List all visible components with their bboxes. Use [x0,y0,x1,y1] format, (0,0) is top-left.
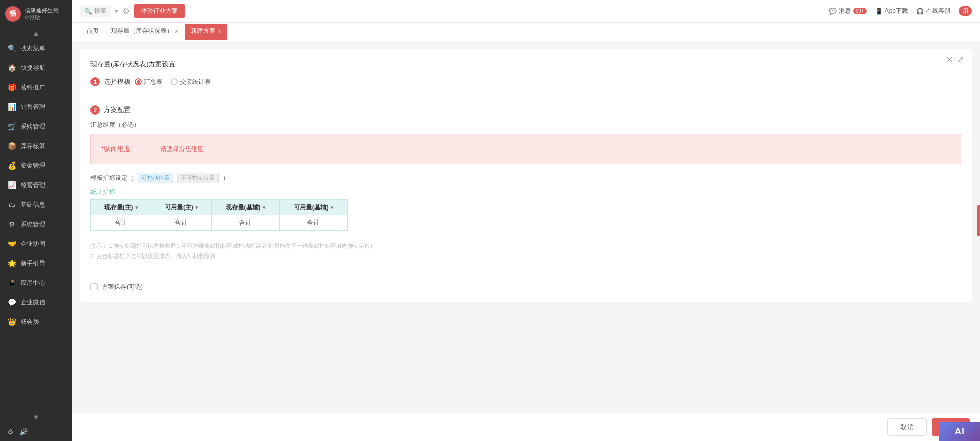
tab-inventory-status[interactable]: 现存量（库存状况表） × [105,24,185,40]
settings-panel: ✕ ⤢ 现存量(库存状况表)方案设置 1 选择模板 汇总表 [80,49,972,302]
app-name: 畅康通好生意 [25,7,59,14]
settings-topbar-icon[interactable]: ⚙ [122,6,130,16]
col-header-1[interactable]: 现存量(主) ▾ [91,200,151,215]
ai-badge[interactable]: Ai [939,422,980,441]
tab-new-plan[interactable]: 新建方案 × [185,24,227,40]
sidebar-item-label: 资金管理 [21,161,45,170]
message-icon: 💬 [829,8,837,15]
industry-solution-button[interactable]: 体验行业方案 [134,4,185,18]
radio-cross-label: 交叉统计表 [180,78,211,86]
user-avatar[interactable]: 用 [959,6,972,16]
tab-inventory-close[interactable]: × [175,28,178,35]
col-header-2[interactable]: 可用量(主) ▾ [151,200,211,215]
app-center-icon: 📱 [7,278,16,287]
indicator-label-suffix: ） [223,174,229,182]
dimension-row: *纵向维度 —— 请选择分组维度 [101,144,951,154]
col-header-3[interactable]: 现存量(基辅) ▾ [211,200,279,215]
bottom-bar: 取消 查询 [72,413,980,441]
search-bar[interactable]: 🔍 搜索 [80,5,111,17]
app-download-item[interactable]: 📱 App下载 [875,7,908,15]
col-header-4-label: 可用量(基辅) [294,203,329,212]
sidebar-item-sales[interactable]: 📊 销售管理 [0,97,72,117]
settings-icon[interactable]: ⚙ [7,428,14,436]
sidebar-item-basic-info[interactable]: 🗂 基础信息 [0,195,72,214]
step2-badge: 2 [90,105,100,115]
col-header-4[interactable]: 可用量(基辅) ▾ [279,200,347,215]
vertical-dimension-label: *纵向维度 [101,144,131,154]
radio-summary[interactable]: 汇总表 [135,78,162,86]
sidebar-item-label: 快捷导航 [21,64,45,72]
message-item[interactable]: 💬 消息 99+ [829,7,867,15]
sidebar-scroll-down[interactable]: ▼ [0,412,72,422]
radio-cross[interactable]: 交叉统计表 [171,78,211,86]
sidebar-item-label: 销售管理 [21,103,45,112]
cancel-button[interactable]: 取消 [887,418,927,436]
step2-section: 2 方案配置 汇总维度（必选） *纵向维度 —— 请选择分组维度 [90,105,961,262]
tab-home-label: 首页 [86,27,99,35]
dropdown-icon[interactable]: ▾ [115,7,118,15]
tab-new-plan-close[interactable]: × [217,28,221,35]
customer-service-label: 在线客服 [926,7,951,15]
sales-icon: 📊 [7,102,16,112]
sidebar-item-app-center[interactable]: 📱 应用中心 [0,273,72,292]
search-icon: 🔍 [84,8,92,15]
sidebar-scroll-up[interactable]: ▲ [0,28,72,39]
sidebar-item-enterprise-wechat[interactable]: 💬 企业微信 [0,292,72,312]
audio-icon[interactable]: 🔊 [19,428,28,436]
topbar-right: 💬 消息 99+ 📱 App下载 🎧 在线客服 用 [829,6,972,16]
col-3-chevron[interactable]: ▾ [263,205,265,210]
sidebar-item-inventory[interactable]: 📦 库存核算 [0,136,72,156]
dimension-placeholder: 请选择分组维度 [160,145,204,154]
sidebar-item-label: 经营管理 [21,181,45,190]
panel-close-button[interactable]: ✕ [946,54,953,64]
finance-icon: 💰 [7,161,16,170]
message-label: 消息 [839,7,851,15]
step1-title: 选择模板 [104,77,131,86]
customer-service-icon: 🎧 [916,8,924,15]
col-header-1-label: 现存量(主) [104,203,133,212]
basic-info-icon: 🗂 [7,200,16,209]
sidebar-item-label: 应用中心 [21,279,45,287]
tab-inventory-label: 现存量（库存状况表） [111,27,173,35]
panel-expand-button[interactable]: ⤢ [957,54,964,64]
sidebar-item-sys-mgmt[interactable]: ⚙ 系统管理 [0,214,72,234]
sidebar-item-enterprise[interactable]: 🤝 企业协同 [0,234,72,253]
col-1-chevron[interactable]: ▾ [135,205,138,210]
shortcut-nav-icon: 🏠 [7,63,16,72]
panel-controls: ✕ ⤢ [946,54,964,64]
cell-2: 合计 [151,215,211,231]
step1-header: 1 选择模板 汇总表 交叉统计表 [90,77,961,86]
col-2-chevron[interactable]: ▾ [195,205,198,210]
search-menu-icon: 🔍 [7,44,16,53]
app-download-icon: 📱 [875,8,883,15]
col-header-2-label: 可用量(主) [165,203,193,212]
save-checkbox[interactable] [90,283,98,290]
step1-badge: 1 [90,77,100,86]
sidebar-item-label: 企业微信 [21,298,45,307]
stats-section: 统计指标 现存量(主) ▾ [90,188,961,231]
dimension-dash: —— [139,145,152,153]
sidebar-item-purchase[interactable]: 🛒 采购管理 [0,117,72,136]
sidebar-item-search-menu[interactable]: 🔍 搜索菜单 [0,39,72,58]
ops-icon: 📈 [7,180,16,190]
sidebar-item-new-guide[interactable]: 🌟 新手引导 [0,253,72,273]
sidebar-item-ops[interactable]: 📈 经营管理 [0,175,72,195]
col-4-chevron[interactable]: ▾ [331,205,333,210]
sys-mgmt-icon: ⚙ [7,219,16,229]
sidebar-item-member[interactable]: 👑 畅会员 [0,312,72,332]
sidebar-item-shortcut-nav[interactable]: 🏠 快捷导航 [0,58,72,78]
avatar-icon: 用 [959,6,972,16]
app-edition: 标准版 [25,14,59,21]
sidebar-item-label: 基础信息 [21,200,45,209]
tip-line-1: 提示： 1.拖动标题栏可以调整布局，不可跨维度或指标区域拖动栏目字段(只能在同一… [90,241,961,251]
content-area: ✕ ⤢ 现存量(库存状况表)方案设置 1 选择模板 汇总表 [72,41,980,413]
dimension-required-label: 汇总维度（必选） [90,121,961,130]
sidebar-item-marketing[interactable]: 🎁 营销推广 [0,78,72,97]
new-guide-icon: 🌟 [7,259,16,268]
tab-home[interactable]: 首页 [80,24,105,40]
cell-4: 合计 [279,215,347,231]
member-icon: 👑 [7,317,16,326]
sidebar-item-finance[interactable]: 💰 资金管理 [0,156,72,175]
sidebar-item-label: 搜索菜单 [21,44,45,53]
customer-service-item[interactable]: 🎧 在线客服 [916,7,951,15]
